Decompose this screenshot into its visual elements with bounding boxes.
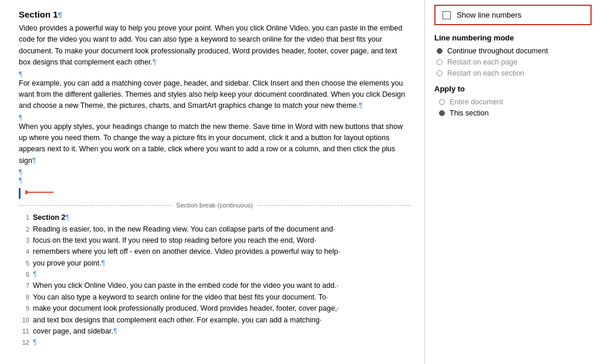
numbered-line: 8 You can also type a keyword to search … <box>19 292 410 303</box>
section1-heading: Section 1¶ <box>19 9 410 19</box>
numbered-line: 3 focus on the text you want. If you nee… <box>19 235 410 246</box>
empty-line-3: ¶ <box>19 168 410 176</box>
apply-to-title: Apply to <box>434 84 592 93</box>
numbered-line: 7 When you click Online Video, you can p… <box>19 280 410 291</box>
show-line-numbers-label: Show line numbers <box>457 11 522 19</box>
sidebar-panel: Show line numbers Line numbering mode Co… <box>425 0 601 364</box>
apply-this-section[interactable]: This section <box>437 109 592 117</box>
numbered-line: 6 ¶ <box>19 269 410 280</box>
section1-para3: When you apply styles, your headings cha… <box>19 121 410 167</box>
empty-line-4: ¶ <box>19 176 410 184</box>
numbered-line: 12 ¶ <box>19 337 410 348</box>
radio-dot-entire-doc <box>439 99 445 105</box>
document-content: Section 1¶ Video provides a powerful way… <box>0 0 425 364</box>
numbered-line: 9 make your document look professionally… <box>19 303 410 314</box>
mode-restart-page[interactable]: Restart on each page <box>434 58 592 66</box>
apply-entire-doc-label: Entire document <box>450 98 503 106</box>
radio-dot-restart-section <box>437 70 443 76</box>
numbered-line: 5 you prove your point.¶ <box>19 258 410 269</box>
cursor-area <box>19 188 410 199</box>
section1-para1: Video provides a powerful way to help yo… <box>19 23 410 69</box>
radio-dot-continue <box>437 48 443 54</box>
mode-continue-label: Continue throughout document <box>447 47 548 55</box>
empty-line-2: ¶ <box>19 113 410 121</box>
section-break: Section break (continuous) <box>19 202 410 209</box>
cursor-bar <box>19 188 21 199</box>
section2-heading-line: 1 Section 2¶ <box>19 212 410 223</box>
mode-restart-section[interactable]: Restart on each section <box>434 69 592 77</box>
numbered-line: 2 Reading is easier, too, in the new Rea… <box>19 224 410 235</box>
numbered-line: 10 and text box designs that complement … <box>19 315 410 326</box>
mode-continue[interactable]: Continue throughout document <box>434 47 592 55</box>
apply-this-section-label: This section <box>450 109 489 117</box>
line-numbering-mode-title: Line numbering mode <box>434 33 592 42</box>
show-line-numbers-checkbox[interactable] <box>443 11 451 19</box>
radio-dot-this-section <box>439 110 445 116</box>
mode-restart-page-label: Restart on each page <box>447 58 518 66</box>
section1-para2: For example, you can add a matching cove… <box>19 78 410 112</box>
numbered-line: 4 remembers where you left off - even on… <box>19 246 410 257</box>
svg-marker-1 <box>25 190 30 195</box>
apply-entire-doc[interactable]: Entire document <box>437 98 592 106</box>
empty-line-1: ¶ <box>19 70 410 78</box>
section-break-label: Section break (continuous) <box>171 202 258 209</box>
show-line-numbers-toggle[interactable]: Show line numbers <box>434 5 592 25</box>
mode-restart-section-label: Restart on each section <box>447 69 524 77</box>
apply-to-options: Entire document This section <box>434 98 592 117</box>
numbered-line: 11 cover page, and sidebar.¶ <box>19 326 410 337</box>
arrow-icon <box>24 188 59 199</box>
radio-dot-restart-page <box>437 59 443 65</box>
section2: 1 Section 2¶ 2 Reading is easier, too, i… <box>19 212 410 349</box>
